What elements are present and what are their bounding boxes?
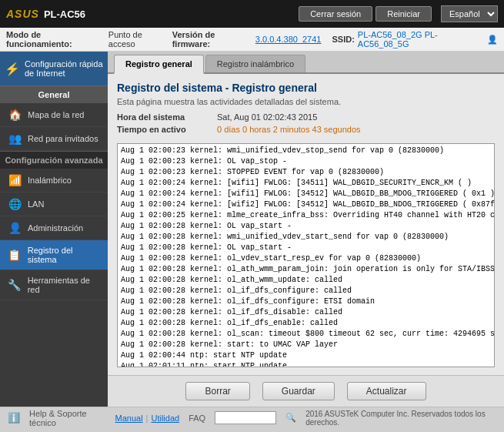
tiempo-value: 0 días 0 horas 2 minutos 43 segundos: [217, 125, 361, 134]
log-area[interactable]: Aug 1 02:00:23 kernel: wmi_unified_vdev_…: [117, 143, 495, 367]
hora-row: Hora del sistema Sat, Aug 01 02:02:43 20…: [117, 112, 495, 122]
actualizar-button[interactable]: Actualizar: [347, 382, 426, 400]
log-line: Aug 1 02:00:28 kernel: ol_ath_wmm_update…: [121, 275, 491, 286]
log-line: Aug 1 02:00:23 kernel: wmi_unified_vdev_…: [121, 146, 491, 156]
link-separator: |: [146, 414, 149, 423]
cerrar-sesion-button[interactable]: Cerrar sesión: [299, 6, 372, 22]
log-line: Aug 1 02:00:24 kernel: [wifi1] FWLOG: [3…: [121, 178, 491, 189]
sidebar-item-herramientas-red[interactable]: 🔧 Herramientas de red: [0, 270, 108, 300]
sidebar-general-section: General: [0, 85, 108, 103]
modo-label: Modo de funcionamiento:: [6, 30, 105, 49]
log-line: Aug 1 02:00:28 kernel: ol_ath_wmm_param_…: [121, 264, 491, 275]
modo-value: Punto de acceso: [108, 30, 169, 49]
log-line: Aug 1 02:00:28 kernel: ol_if_dfs_configu…: [121, 286, 491, 296]
administracion-icon: 👤: [8, 222, 22, 234]
faq-label: FAQ: [189, 414, 205, 423]
sidebar-item-registro-sistema-label: Registro del sistema: [28, 246, 103, 264]
log-line: Aug 1 02:00:28 kernel: ol_if_dfs_configu…: [121, 296, 491, 307]
guardar-button[interactable]: Guardar: [262, 382, 335, 400]
manual-link[interactable]: Manual: [115, 414, 143, 423]
hora-label: Hora del sistema: [117, 112, 217, 122]
sidebar-item-mapa-red-label: Mapa de la red: [28, 110, 84, 119]
sidebar-item-administracion-label: Administración: [28, 223, 83, 233]
help-links: Manual | Utilidad: [115, 414, 180, 423]
tab-bar: Registro general Registro inalámbrico: [108, 52, 504, 74]
log-line: Aug 1 02:00:28 kernel: ol_if_dfs_disable…: [121, 307, 491, 318]
lan-icon: 🌐: [8, 198, 22, 210]
tiempo-row: Tiempo en activo 0 días 0 horas 2 minuto…: [117, 125, 495, 134]
log-line: Aug 1 02:00:44 ntp: start NTP update: [121, 350, 491, 361]
page-title: Registro del sistema - Registro general: [117, 82, 495, 94]
language-select[interactable]: Español: [441, 5, 498, 22]
log-line: Aug 1 02:00:23 kernel: STOPPED EVENT for…: [121, 167, 491, 178]
sidebar-item-registro-sistema[interactable]: 📋 Registro del sistema: [0, 240, 108, 270]
tab-registro-general[interactable]: Registro general: [114, 55, 204, 74]
content-area: Registro general Registro inalámbrico Re…: [108, 52, 504, 407]
log-line: Aug 1 02:01:11 ntp: start NTP update: [121, 361, 491, 367]
quick-config-label: Configuración rápida de Internet: [25, 59, 103, 78]
sidebar-avanzada-section: Configuración avanzada: [0, 151, 108, 169]
logo-area: ASUS PL-AC56: [6, 8, 85, 20]
button-bar: Borrar Guardar Actualizar: [108, 375, 504, 407]
bottom-bar: ℹ️ Help & Soporte técnico Manual | Utili…: [0, 407, 504, 428]
model-name: PL-AC56: [44, 8, 85, 20]
page-desc: Esta página muestra las actividades deta…: [117, 97, 495, 106]
ssid-label: SSID:: [332, 35, 354, 44]
sidebar-item-mapa-red[interactable]: 🏠 Mapa de la red: [0, 103, 108, 127]
sidebar-item-red-invitados-label: Red para invitados: [28, 134, 98, 143]
main-layout: ⚡ Configuración rápida de Internet Gener…: [0, 52, 504, 407]
utility-link[interactable]: Utilidad: [151, 414, 179, 423]
firmware-label: Versión de firmware:: [172, 30, 252, 49]
copyright-text: 2016 ASUSTeK Computer Inc. Reservados to…: [305, 410, 496, 427]
log-line: Aug 1 02:00:25 kernel: mlme_create_infra…: [121, 210, 491, 221]
registro-sistema-icon: 📋: [8, 249, 22, 261]
tiempo-label: Tiempo en activo: [117, 125, 217, 134]
faq-search-input[interactable]: [215, 411, 276, 424]
sidebar-item-administracion[interactable]: 👤 Administración: [0, 216, 108, 240]
log-line: Aug 1 02:00:28 kernel: ol_vdev_start_res…: [121, 253, 491, 264]
firmware-version[interactable]: 3.0.0.4.380_2741: [255, 35, 322, 44]
search-icon[interactable]: 🔍: [285, 413, 296, 423]
hora-value: Sat, Aug 01 02:02:43 2015: [217, 112, 317, 122]
tab-registro-inalambrico[interactable]: Registro inalámbrico: [205, 55, 305, 72]
mapa-red-icon: 🏠: [8, 109, 22, 121]
herramientas-red-icon: 🔧: [8, 279, 22, 291]
ssid-values: PL-AC56_08_2G PL-AC56_08_5G: [358, 30, 484, 49]
red-invitados-icon: 👥: [8, 132, 22, 145]
sidebar-item-lan-label: LAN: [28, 199, 44, 209]
log-line: Aug 1 02:00:23 kernel: OL vap_stop -: [121, 156, 491, 167]
inalambrico-icon: 📶: [8, 174, 22, 186]
log-line: Aug 1 02:00:24 kernel: [wifi2] FWLOG: [3…: [121, 199, 491, 210]
log-line: Aug 1 02:00:28 kernel: OL vap_start -: [121, 243, 491, 253]
quick-config-icon: ⚡: [5, 62, 20, 76]
sidebar-item-inalambrico-label: Inalámbrico: [28, 176, 72, 185]
log-line: Aug 1 02:00:28 kernel: ol_scan: timeout …: [121, 329, 491, 340]
sidebar-item-herramientas-red-label: Herramientas de red: [28, 276, 103, 294]
top-buttons: Cerrar sesión Reiniciar Español: [299, 5, 498, 22]
user-icon: 👤: [487, 35, 498, 45]
log-line: Aug 1 02:00:28 kernel: start: to UMAC VA…: [121, 340, 491, 350]
top-bar: ASUS PL-AC56 Cerrar sesión Reiniciar Esp…: [0, 0, 504, 28]
sidebar: ⚡ Configuración rápida de Internet Gener…: [0, 52, 108, 407]
log-line: Aug 1 02:00:28 kernel: OL vap_start -: [121, 221, 491, 232]
help-circle-icon: ℹ️: [8, 412, 20, 424]
borrar-button[interactable]: Borrar: [185, 382, 249, 400]
sidebar-quick-config[interactable]: ⚡ Configuración rápida de Internet: [0, 52, 108, 85]
asus-logo: ASUS: [6, 8, 39, 20]
log-line: Aug 1 02:00:24 kernel: [wifi1] FWLOG: [3…: [121, 189, 491, 199]
content-body: Registro del sistema - Registro general …: [108, 74, 504, 375]
sidebar-item-lan[interactable]: 🌐 LAN: [0, 193, 108, 216]
mode-bar: Modo de funcionamiento: Punto de acceso …: [0, 28, 504, 52]
log-line: Aug 1 02:00:28 kernel: wmi_unified_vdev_…: [121, 232, 491, 243]
log-line: Aug 1 02:00:28 kernel: ol_if_dfs_enable:…: [121, 318, 491, 329]
sidebar-item-inalambrico[interactable]: 📶 Inalámbrico: [0, 169, 108, 193]
info-table: Hora del sistema Sat, Aug 01 02:02:43 20…: [117, 112, 495, 137]
sidebar-item-red-invitados[interactable]: 👥 Red para invitados: [0, 127, 108, 151]
help-soporte-label: Help & Soporte técnico: [29, 409, 106, 427]
reiniciar-button[interactable]: Reiniciar: [375, 6, 432, 22]
